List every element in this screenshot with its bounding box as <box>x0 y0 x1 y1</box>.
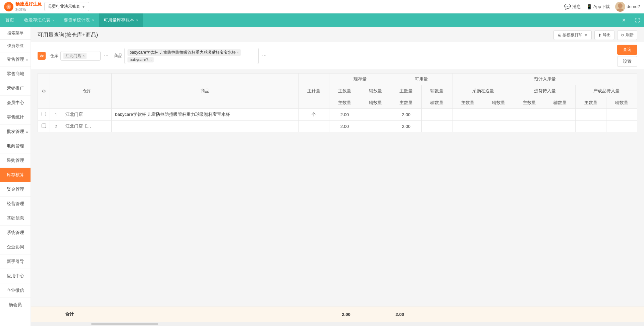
home-tab-label: 首页 <box>5 17 14 23</box>
row2-checkbox[interactable] <box>42 124 46 128</box>
sidebar-quick-nav[interactable]: 快捷导航 <box>0 40 31 52</box>
sidebar-item-marketing[interactable]: 营销推广 <box>0 81 31 96</box>
table-row: 2 江北门店【... 2.00 2.00 <box>38 121 637 132</box>
page-header: 可用量查询(按仓库+商品) 🖨 按模板打印 ▼ ⬆ 导出 ↻ 刷新 <box>31 27 644 42</box>
data-table: ⚙ 仓库 商品 主计量 现存量 可用量 预计入库量 主数量 辅数量 主数量 <box>38 73 637 132</box>
sidebar-search-label: 搜索菜单 <box>7 31 23 35</box>
row1-checkbox[interactable] <box>42 112 46 116</box>
row1-fin-main <box>576 109 606 121</box>
summary-table: 合计 2.00 2.00 <box>38 309 637 319</box>
tab-yaohuo-close[interactable]: × <box>92 18 94 22</box>
warehouse-filter: 仓库 江北门店 × ··· <box>50 51 110 61</box>
row1-pin-main <box>514 109 545 121</box>
th-pur-aux: 辅数量 <box>483 97 514 109</box>
sidebar-item-enterprise-label: 企业协同 <box>7 244 24 249</box>
row2-fin-aux <box>606 121 637 132</box>
row1-check[interactable] <box>38 109 50 121</box>
sidebar-item-operations-label: 经营管理 <box>7 201 24 206</box>
sidebar-item-retail-mgmt[interactable]: 零售管理 <box>0 52 31 67</box>
industry-selector[interactable]: 母婴行业演示账套 ▼ <box>44 2 89 11</box>
export-btn[interactable]: ⬆ 导出 <box>594 30 614 40</box>
horizontal-scrollbar[interactable] <box>31 322 644 326</box>
user-area[interactable]: demo2 <box>615 2 640 12</box>
sidebar-item-newbie-label: 新手引导 <box>7 259 24 264</box>
logo-sub-text: 标准版 <box>15 7 42 12</box>
row1-fin-aux <box>606 109 637 121</box>
row1-avail-main: 2.00 <box>391 109 422 121</box>
sidebar: 搜索菜单 快捷导航 零售管理 零售商城 营销推广 会员中心 零售统计 批发管理 … <box>0 27 31 326</box>
settings-filter-btn[interactable]: 设置 <box>617 56 637 67</box>
product-tag-1-close[interactable]: × <box>237 50 239 54</box>
maximize-btn[interactable]: ⛶ <box>631 17 644 23</box>
warehouse-tags[interactable]: 江北门店 × <box>60 51 101 61</box>
warehouse-more[interactable]: ··· <box>103 53 110 59</box>
sidebar-item-vip[interactable]: 畅会员 <box>0 298 31 312</box>
sidebar-item-newbie[interactable]: 新手引导 <box>0 254 31 269</box>
sidebar-item-wholesale[interactable]: 批发管理 <box>0 125 31 139</box>
scroll-thumb[interactable] <box>91 323 158 325</box>
print-label: 按模板打印 <box>562 32 583 38</box>
th-settings[interactable]: ⚙ <box>38 74 50 109</box>
sidebar-item-wholesale-label: 批发管理 <box>7 129 24 134</box>
th-avail-main: 主数量 <box>391 85 422 97</box>
close-all-tabs[interactable]: × <box>616 17 631 24</box>
sidebar-item-member[interactable]: 会员中心 <box>0 96 31 110</box>
tab-shoufacun-label: 收发存汇总表 <box>24 17 50 23</box>
th-product: 商品 <box>112 74 299 109</box>
tab-shoufacun[interactable]: 收发存汇总表 × <box>19 13 59 27</box>
tab-shoufacun-close[interactable]: × <box>52 18 54 22</box>
sidebar-item-operations[interactable]: 经营管理 <box>0 197 31 211</box>
sidebar-item-retail-stats[interactable]: 零售统计 <box>0 110 31 125</box>
sidebar-item-system[interactable]: 系统管理 <box>0 226 31 240</box>
chevron-down-icon: ▼ <box>82 4 86 9</box>
filter-expand-btn[interactable]: ≫ <box>38 52 46 60</box>
message-icon: 💬 <box>564 3 571 10</box>
tab-keyongliang-close[interactable]: × <box>136 18 138 22</box>
sidebar-item-wechat-work[interactable]: 企业微信 <box>0 283 31 298</box>
sidebar-item-retail-mgmt-label: 零售管理 <box>7 57 24 62</box>
product-filter-label: 商品 <box>114 53 122 59</box>
row1-stock-aux <box>360 109 391 121</box>
row2-pin-aux <box>545 121 576 132</box>
settings-icon: ⚙ <box>42 89 46 94</box>
sidebar-item-inventory[interactable]: 库存核算 <box>0 168 31 182</box>
th-stock-main: 主数量 <box>329 85 360 97</box>
row1-pur-main <box>452 109 483 121</box>
sidebar-search[interactable]: 搜索菜单 <box>0 27 31 40</box>
table-footer: 合计 2.00 2.00 <box>31 306 644 322</box>
row2-pur-main <box>452 121 483 132</box>
logo-main-text: 畅捷通好生意 <box>15 1 42 7</box>
message-btn[interactable]: 💬 消息 <box>564 3 581 10</box>
sidebar-item-purchase[interactable]: 采购管理 <box>0 153 31 168</box>
sidebar-item-basic-info[interactable]: 基础信息 <box>0 211 31 226</box>
top-bar: 好 畅捷通好生意 标准版 母婴行业演示账套 ▼ 💬 消息 📱 App下载 dem… <box>0 0 644 13</box>
product-more[interactable]: ··· <box>261 53 268 59</box>
th-stock-main2: 主数量 <box>329 97 360 109</box>
sidebar-item-finance[interactable]: 资金管理 <box>0 182 31 197</box>
table-row: 1 江北门店 babycare学饮杯 儿童防摔防撞吸管杯重力球吸嘴杯宝宝水杯 个… <box>38 109 637 121</box>
row2-num: 2 <box>50 121 62 132</box>
row2-product <box>112 121 299 132</box>
refresh-btn[interactable]: ↻ 刷新 <box>617 30 637 40</box>
sidebar-item-retail-mall[interactable]: 零售商城 <box>0 67 31 81</box>
tab-keyongliang[interactable]: 可用量库存账本 × <box>99 13 143 27</box>
sidebar-item-apps[interactable]: 应用中心 <box>0 269 31 283</box>
sidebar-item-enterprise[interactable]: 企业协同 <box>0 240 31 254</box>
avatar <box>615 2 625 12</box>
main-layout: 搜索菜单 快捷导航 零售管理 零售商城 营销推广 会员中心 零售统计 批发管理 … <box>0 27 644 326</box>
row2-fin-main <box>576 121 606 132</box>
tab-home[interactable]: 首页 <box>0 13 19 27</box>
sidebar-quick-nav-label: 快捷导航 <box>7 43 23 48</box>
th-pur-main: 主数量 <box>452 97 483 109</box>
warehouse-tag-close[interactable]: × <box>83 54 85 58</box>
tab-yaohuo[interactable]: 要货单统计表 × <box>59 13 99 27</box>
print-btn[interactable]: 🖨 按模板打印 ▼ <box>553 30 592 40</box>
th-pin-aux: 辅数量 <box>545 97 576 109</box>
sidebar-item-ecommerce[interactable]: 电商管理 <box>0 139 31 153</box>
app-download-btn[interactable]: 📱 App下载 <box>586 4 610 10</box>
logo-text: 畅捷通好生意 标准版 <box>15 1 42 12</box>
row2-check[interactable] <box>38 121 50 132</box>
top-bar-right: 💬 消息 📱 App下载 demo2 <box>564 2 640 12</box>
query-btn[interactable]: 查询 <box>617 45 637 55</box>
product-tags[interactable]: babycare学饮杯 儿童防摔防撞吸管杯重力球吸嘴杯宝宝水杯 × babyca… <box>124 48 259 64</box>
